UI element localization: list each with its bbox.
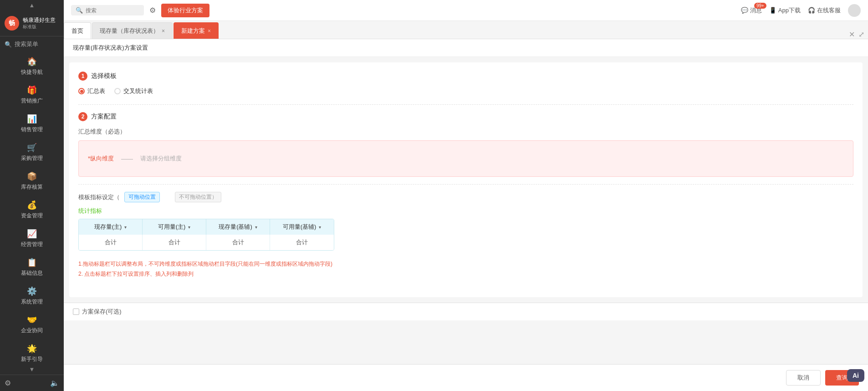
sidebar-item-label: 快捷导航 [21,68,43,76]
operation-icon: 📈 [27,229,37,239]
tab-home[interactable]: 首页 [64,22,91,39]
sidebar-item-purchase[interactable]: 🛒 采购管理 [0,138,64,167]
sidebar-item-operation[interactable]: 📈 经营管理 [0,224,64,253]
app-icon: 畅 [5,16,19,31]
tips-title: 1.拖动标题栏可以调整布局，不可跨维度或指标区域拖动栏目字段(只能在同一维度或指… [78,259,853,269]
sidebar-item-label: 企业协同 [21,327,43,334]
tips-item2: 2. 点击标题栏下拉可设置排序、插入列和删除列 [78,271,194,277]
indicator-table: 现存量(主) ▾ 可用量(主) ▾ 现存量(基辅) ▾ 可用量(基辅) [78,219,334,251]
basic-info-icon: 📋 [27,257,37,268]
step2-title: 方案配置 [91,113,117,121]
marketing-icon: 🎁 [27,85,37,95]
cancel-button[interactable]: 取消 [786,370,821,386]
footer-save-bar: 方案保存(可选) [64,303,868,320]
sidebar-item-system[interactable]: ⚙️ 系统管理 [0,282,64,310]
headset-icon: 🎧 [808,7,815,14]
sidebar-item-sales[interactable]: 📊 销售管理 [0,109,64,138]
topbar: 🔍 ⚙ 体验行业方案 💬 消息 99+ 📱 App下载 🎧 在线客服 [64,0,868,21]
sidebar-item-inventory[interactable]: 📦 库存核算 [0,167,64,196]
save-option-label: 方案保存(可选) [82,308,122,316]
tab-close-new-scheme[interactable]: × [208,28,211,34]
dimension-selector-box[interactable]: *纵向维度 —— 请选择分组维度 [78,140,853,177]
form-panel: 1 选择模板 汇总表 交叉统计表 2 [69,62,863,297]
col-header-2[interactable]: 现存量(基辅) ▾ [206,219,270,235]
messages-button[interactable]: 💬 消息 99+ [741,6,762,15]
page-header: 现存量(库存状况表)方案设置 [64,39,868,57]
col-header-1[interactable]: 可用量(主) ▾ [143,219,206,235]
cell-0-1: 合计 [143,235,206,250]
dimension-arrow: —— [121,155,133,162]
search-input[interactable] [86,7,131,14]
radio-cross-circle [114,88,121,94]
sidebar-item-label: 采购管理 [21,154,43,162]
tab-new-scheme-label: 新建方案 [181,27,205,35]
table-header-row: 现存量(主) ▾ 可用量(主) ▾ 现存量(基辅) ▾ 可用量(基辅) [79,219,334,235]
sidebar-item-label: 新手引导 [21,355,43,363]
sidebar-scroll-down[interactable]: ▼ [0,364,64,375]
sidebar-item-quick-nav[interactable]: 🏠 快捷导航 [0,52,64,81]
indicator-settings-label: 模板指标设定（ [78,193,120,201]
sidebar-nav: 🏠 快捷导航 🎁 营销推广 📊 销售管理 🛒 采购管理 📦 库存核算 💰 资金管… [0,52,64,364]
col-label-1: 可用量(主) [158,223,186,231]
customer-service-label: 在线客服 [817,6,841,15]
settings-button[interactable]: ⚙ [5,379,11,387]
window-close-button[interactable]: ✕ [849,30,855,39]
sidebar-scroll-up[interactable]: ▲ [0,0,64,10]
step1-block: 1 选择模板 汇总表 交叉统计表 [78,72,853,95]
tab-inventory-status[interactable]: 现存量（库存状况表） × [92,22,173,39]
sidebar: ▲ 畅 畅康通好生意 标准版 🔍 搜索菜单 🏠 快捷导航 🎁 营销推广 📊 销售… [0,0,64,391]
sidebar-search-item[interactable]: 🔍 搜索菜单 [0,36,64,52]
topbar-search-box[interactable]: 🔍 [71,5,144,15]
radio-cross-label: 交叉统计表 [123,87,153,95]
col-header-0[interactable]: 现存量(主) ▾ [79,219,143,235]
sidebar-bottom: ⚙ 🔈 [0,375,64,391]
chevron-icon-2: ▾ [255,225,257,230]
sidebar-item-new-guide[interactable]: 🌟 新手引导 [0,339,64,364]
window-expand-button[interactable]: ⤢ [858,30,864,39]
chevron-icon-3: ▾ [319,225,321,230]
tab-inventory-label: 现存量（库存状况表） [100,27,159,35]
step1-header: 1 选择模板 [78,72,853,81]
tips-section: 1.拖动标题栏可以调整布局，不可跨维度或指标区域拖动栏目字段(只能在同一维度或指… [78,259,853,279]
sidebar-item-label: 营销推广 [21,97,43,105]
sales-icon: 📊 [27,114,37,124]
sidebar-item-marketing[interactable]: 🎁 营销推广 [0,81,64,109]
save-checkbox[interactable] [73,309,79,315]
radio-summary[interactable]: 汇总表 [78,87,105,95]
speaker-button[interactable]: 🔈 [50,379,59,387]
inventory-icon: 📦 [27,171,37,181]
trial-industry-button[interactable]: 体验行业方案 [161,4,209,17]
radio-summary-label: 汇总表 [87,87,105,95]
step2-block: 2 方案配置 汇总维度（必选） *纵向维度 —— 请选择分组维度 模板指标设定（… [78,112,853,279]
sidebar-item-label: 系统管理 [21,298,43,306]
cell-0-3: 合计 [270,235,334,250]
main-area: 🔍 ⚙ 体验行业方案 💬 消息 99+ 📱 App下载 🎧 在线客服 [64,0,868,391]
sidebar-item-enterprise[interactable]: 🤝 企业协同 [0,310,64,339]
radio-cross[interactable]: 交叉统计表 [114,87,153,95]
dimension-placeholder: 请选择分组维度 [140,154,182,163]
col-header-3[interactable]: 可用量(基辅) ▾ [270,219,334,235]
ai-badge[interactable]: Ai [847,369,864,382]
user-avatar[interactable] [848,4,861,17]
finance-icon: 💰 [27,200,37,210]
ai-label: Ai [853,372,859,379]
draggable-tag: 可拖动位置 [124,192,160,202]
app-name: 畅康通好生意 [23,16,56,24]
col-label-0: 现存量(主) [94,223,122,231]
sidebar-item-finance[interactable]: 💰 资金管理 [0,196,64,224]
sidebar-item-basic-info[interactable]: 📋 基础信息 [0,253,64,282]
sidebar-logo: 畅 畅康通好生意 标准版 [0,10,64,36]
settings-icon[interactable]: ⚙ [149,6,156,15]
customer-service-button[interactable]: 🎧 在线客服 [808,6,841,15]
summary-dimension-label: 汇总维度（必选） [78,128,853,136]
cell-0-0: 合计 [79,235,143,250]
tab-new-scheme[interactable]: 新建方案 × [174,22,219,39]
divider2 [78,184,853,185]
tab-close-inventory[interactable]: × [162,28,165,34]
chevron-icon-1: ▾ [188,225,190,230]
save-option: 方案保存(可选) [73,308,122,316]
step1-title: 选择模板 [91,72,117,80]
tab-bar: 首页 现存量（库存状况表） × 新建方案 × ✕ ⤢ [64,21,868,39]
app-download-button[interactable]: 📱 App下载 [769,6,801,15]
chevron-icon-0: ▾ [124,225,127,230]
